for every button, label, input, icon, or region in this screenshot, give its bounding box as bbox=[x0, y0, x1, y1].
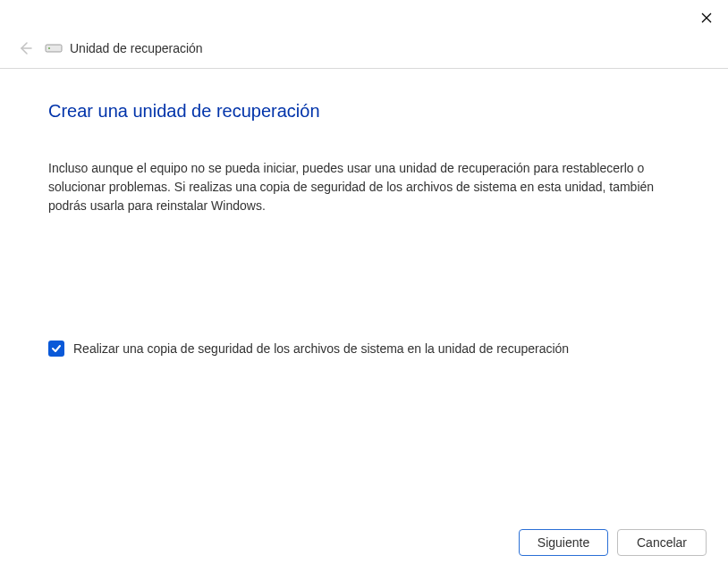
drive-icon bbox=[45, 42, 63, 55]
backup-checkbox-label: Realizar una copia de seguridad de los a… bbox=[73, 341, 569, 356]
wizard-header: Unidad de recuperación bbox=[0, 29, 728, 69]
next-button[interactable]: Siguiente bbox=[519, 529, 608, 556]
page-heading: Crear una unidad de recuperación bbox=[48, 101, 674, 122]
close-button[interactable] bbox=[699, 11, 714, 25]
wizard-footer: Siguiente Cancelar bbox=[519, 529, 707, 556]
back-button[interactable] bbox=[14, 38, 36, 59]
backup-checkbox[interactable] bbox=[48, 341, 64, 357]
wizard-content: Crear una unidad de recuperación Incluso… bbox=[0, 69, 728, 357]
backup-checkbox-row: Realizar una copia de seguridad de los a… bbox=[48, 341, 674, 357]
page-description: Incluso aunque el equipo no se pueda ini… bbox=[48, 159, 674, 215]
svg-rect-3 bbox=[46, 45, 62, 52]
window-title: Unidad de recuperación bbox=[70, 41, 203, 55]
titlebar bbox=[0, 0, 728, 29]
cancel-button[interactable]: Cancelar bbox=[617, 529, 707, 556]
svg-point-4 bbox=[48, 47, 50, 49]
